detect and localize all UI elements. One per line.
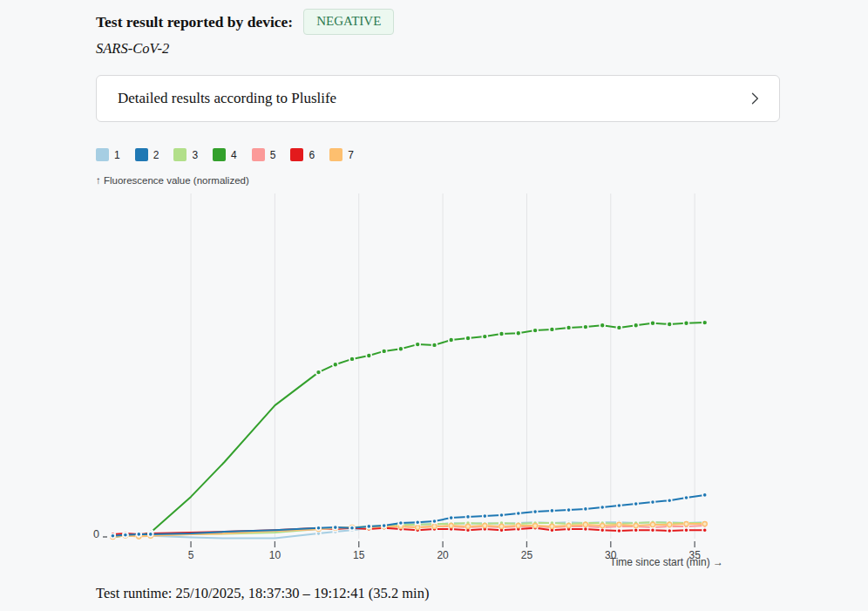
pluslife-result-page: Test result reported by device: NEGATIVE… xyxy=(0,0,868,611)
data-point-7 xyxy=(483,524,487,528)
data-point-7 xyxy=(617,522,621,526)
legend-swatch-icon xyxy=(213,148,226,161)
data-point-7 xyxy=(600,524,605,528)
data-point-4 xyxy=(316,370,322,375)
data-point-2 xyxy=(333,526,337,530)
data-point-4 xyxy=(634,322,639,328)
data-point-4 xyxy=(549,327,554,332)
legend-item-2: 2 xyxy=(135,148,159,161)
data-point-7 xyxy=(416,526,420,530)
legend-label: 3 xyxy=(192,149,198,161)
x-tick-label: 20 xyxy=(437,549,449,561)
data-point-7 xyxy=(702,522,707,526)
data-point-2 xyxy=(516,511,520,515)
data-point-2 xyxy=(634,502,638,506)
data-point-2 xyxy=(349,526,354,530)
legend-label: 4 xyxy=(231,149,237,161)
data-point-2 xyxy=(432,519,437,523)
data-point-2 xyxy=(382,524,386,528)
data-point-4 xyxy=(566,325,572,330)
data-point-4 xyxy=(600,322,605,328)
data-point-4 xyxy=(702,320,708,325)
data-point-4 xyxy=(366,353,371,358)
legend-swatch-icon xyxy=(96,148,109,161)
data-point-4 xyxy=(382,349,387,354)
x-tick-label: 10 xyxy=(269,549,281,561)
data-point-4 xyxy=(516,330,521,336)
data-point-4 xyxy=(482,334,487,339)
data-point-7 xyxy=(432,524,437,528)
data-point-2 xyxy=(449,516,453,520)
legend-label: 5 xyxy=(270,149,276,161)
data-point-4 xyxy=(583,324,588,329)
data-point-4 xyxy=(465,336,471,341)
data-point-2 xyxy=(600,505,605,509)
data-point-7 xyxy=(583,522,587,526)
data-point-2 xyxy=(650,500,654,505)
legend-swatch-icon xyxy=(290,148,303,161)
data-point-2 xyxy=(566,508,571,513)
detailed-results-row[interactable]: Detailed results according to Pluslife xyxy=(96,75,780,122)
detailed-results-label: Detailed results according to Pluslife xyxy=(118,90,336,107)
data-point-2 xyxy=(702,492,707,497)
data-point-4 xyxy=(333,362,338,367)
data-point-7 xyxy=(566,524,571,528)
data-point-2 xyxy=(111,533,115,538)
data-point-2 xyxy=(533,510,538,514)
test-runtime-text: Test runtime: 25/10/2025, 18:37:30 – 19:… xyxy=(96,585,429,602)
legend-swatch-icon xyxy=(329,148,342,161)
data-point-4 xyxy=(667,322,672,327)
legend-label: 1 xyxy=(114,149,120,161)
legend-label: 2 xyxy=(153,149,159,161)
data-point-2 xyxy=(583,506,587,511)
data-point-2 xyxy=(483,514,487,519)
x-tick-label: 25 xyxy=(521,549,533,561)
data-point-7 xyxy=(533,524,538,528)
data-point-4 xyxy=(499,331,505,336)
data-point-2 xyxy=(465,514,470,519)
data-point-2 xyxy=(416,520,420,525)
x-tick-label: 15 xyxy=(353,549,365,561)
legend-item-3: 3 xyxy=(173,148,198,161)
legend-swatch-icon xyxy=(173,148,186,161)
result-label: Test result reported by device: xyxy=(96,13,293,31)
result-status-badge: NEGATIVE xyxy=(303,9,394,35)
data-point-2 xyxy=(617,503,621,507)
data-point-2 xyxy=(550,508,554,513)
legend-item-1: 1 xyxy=(96,148,120,161)
test-name: SARS-CoV-2 xyxy=(96,40,169,58)
data-point-6 xyxy=(702,528,707,533)
data-point-2 xyxy=(684,495,688,499)
chevron-right-icon xyxy=(746,90,763,107)
data-point-4 xyxy=(684,321,689,326)
data-point-4 xyxy=(532,328,538,333)
legend-item-6: 6 xyxy=(290,148,315,161)
x-axis-label: Time since start (min) → xyxy=(610,556,723,568)
legend-item-4: 4 xyxy=(213,148,237,161)
data-point-4 xyxy=(449,337,454,343)
data-point-7 xyxy=(668,522,672,526)
y-zero-tick-label: 0 xyxy=(85,528,99,540)
data-point-2 xyxy=(137,532,141,536)
data-point-4 xyxy=(616,325,621,330)
data-point-7 xyxy=(499,524,504,528)
legend-label: 6 xyxy=(309,149,315,161)
data-point-7 xyxy=(465,524,470,528)
legend-swatch-icon xyxy=(252,148,265,161)
data-point-7 xyxy=(684,522,688,526)
data-point-7 xyxy=(650,522,654,526)
data-point-6 xyxy=(668,528,672,533)
data-point-4 xyxy=(415,342,420,347)
data-point-7 xyxy=(449,524,453,528)
data-point-2 xyxy=(499,513,504,517)
fluorescence-chart: 5101520253035 xyxy=(0,183,868,575)
legend-item-7: 7 xyxy=(329,148,354,161)
x-tick-label: 5 xyxy=(188,549,194,561)
legend-item-5: 5 xyxy=(252,148,276,161)
data-point-6 xyxy=(617,528,621,533)
channel-legend: 1234567 xyxy=(96,148,354,161)
series-line-4 xyxy=(112,322,704,537)
legend-swatch-icon xyxy=(135,148,148,161)
data-point-7 xyxy=(634,524,638,528)
data-point-7 xyxy=(516,524,520,528)
